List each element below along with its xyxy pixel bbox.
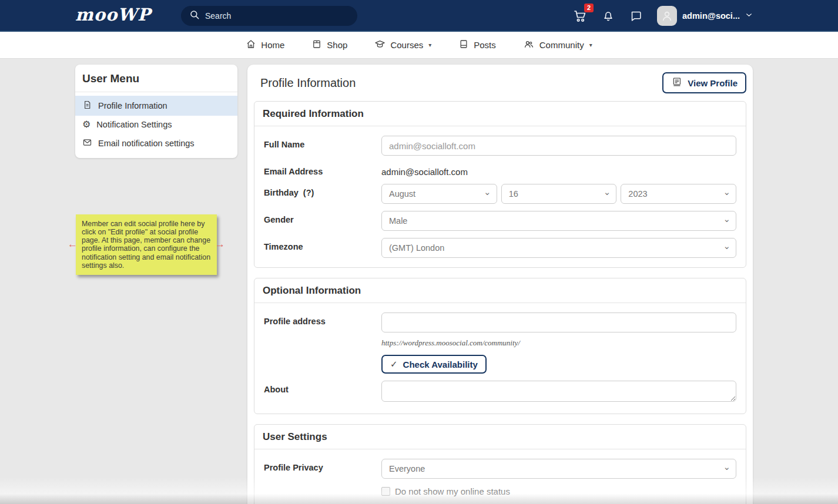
profile-address-hint: https://wordpress.moosocial.com/communit… bbox=[381, 338, 736, 348]
birthday-year-select[interactable]: 2023 ⌄ bbox=[621, 184, 736, 204]
birthday-year-value: 2023 bbox=[628, 189, 647, 199]
profile-privacy-select[interactable]: Everyone ⌄ bbox=[381, 459, 736, 479]
cart-icon[interactable]: 2 bbox=[573, 9, 587, 23]
birthday-month-value: August bbox=[389, 189, 415, 199]
nav-label-home: Home bbox=[261, 40, 284, 50]
full-name-input[interactable] bbox=[381, 136, 736, 156]
site-logo[interactable]: mooWP bbox=[75, 5, 151, 25]
profile-address-row: Profile address https://wordpress.moosoc… bbox=[264, 313, 736, 374]
nav-item-posts[interactable]: Posts bbox=[458, 39, 496, 51]
nav-item-community[interactable]: Community ▾ bbox=[523, 38, 592, 52]
about-label: About bbox=[264, 381, 381, 404]
account-menu[interactable]: admin@soci... bbox=[657, 6, 753, 26]
sidebar-item-email-notification-settings[interactable]: Email notification settings bbox=[75, 133, 237, 153]
page-title: Profile Information bbox=[260, 76, 356, 90]
shop-icon bbox=[311, 39, 322, 51]
panel-header: Profile Information View Profile bbox=[254, 65, 746, 101]
sidebar-item-notification-settings[interactable]: ⚙ Notification Settings bbox=[75, 116, 237, 133]
nav-label-courses: Courses bbox=[390, 40, 423, 50]
sidebar-item-label: Notification Settings bbox=[96, 120, 172, 129]
online-status-label: Do not show my online status bbox=[395, 486, 510, 496]
gender-value: Male bbox=[389, 216, 407, 226]
search-bar[interactable] bbox=[181, 6, 357, 26]
birthday-help-tooltip[interactable]: (?) bbox=[303, 188, 314, 197]
profile-address-input[interactable] bbox=[381, 313, 736, 332]
home-icon bbox=[246, 39, 256, 51]
check-icon: ✓ bbox=[390, 359, 398, 369]
online-status-checkbox[interactable] bbox=[381, 487, 390, 496]
view-profile-icon bbox=[671, 76, 682, 89]
about-row: About bbox=[264, 381, 736, 404]
section-title: User Settings bbox=[254, 425, 746, 449]
user-menu-title: User Menu bbox=[75, 65, 237, 92]
annotation-text: Member can edit social profile here by c… bbox=[82, 220, 210, 270]
profile-privacy-label: Profile Privacy bbox=[264, 459, 381, 504]
content-area: User Menu Profile Information ⚙ Notifica… bbox=[0, 59, 838, 504]
annotation-sticky-note: ← Member can edit social profile here by… bbox=[76, 214, 217, 275]
timezone-label: Timezone bbox=[264, 238, 381, 258]
chevron-down-icon: ⌄ bbox=[723, 241, 730, 251]
birthday-month-select[interactable]: August ⌄ bbox=[381, 184, 497, 204]
topbar-actions: 2 admin@soci... bbox=[573, 0, 753, 32]
chevron-down-icon: ⌄ bbox=[723, 214, 730, 224]
gender-select[interactable]: Male ⌄ bbox=[381, 211, 736, 231]
full-name-label: Full Name bbox=[264, 136, 381, 156]
profile-privacy-value: Everyone bbox=[389, 464, 425, 473]
email-row: Email Address admin@socialloft.com bbox=[264, 163, 736, 177]
main-nav: Home Shop Courses ▾ bbox=[0, 32, 838, 59]
view-profile-button[interactable]: View Profile bbox=[662, 72, 746, 93]
profile-document-icon bbox=[82, 100, 92, 112]
email-label: Email Address bbox=[264, 163, 381, 177]
chevron-down-icon bbox=[745, 11, 753, 21]
check-availability-button[interactable]: ✓ Check Availability bbox=[381, 355, 487, 374]
online-status-option: Do not show my online status bbox=[381, 486, 736, 496]
section-title: Required Information bbox=[254, 102, 746, 126]
messages-icon[interactable] bbox=[629, 9, 642, 22]
section-optional-information: Optional Information Profile address htt… bbox=[254, 278, 746, 414]
view-profile-label: View Profile bbox=[688, 78, 738, 88]
timezone-value: (GMT) London bbox=[389, 243, 444, 253]
birthday-label-text: Birthday bbox=[264, 188, 299, 197]
birthday-day-select[interactable]: 16 ⌄ bbox=[501, 184, 617, 204]
search-icon bbox=[189, 9, 200, 22]
account-label: admin@soci... bbox=[682, 11, 740, 21]
gear-icon: ⚙ bbox=[82, 120, 90, 129]
full-name-row: Full Name bbox=[264, 136, 736, 156]
profile-edit-panel: Profile Information View Profile Require… bbox=[247, 65, 753, 504]
gender-row: Gender Male ⌄ bbox=[264, 211, 736, 231]
timezone-row: Timezone (GMT) London ⌄ bbox=[264, 238, 736, 258]
cart-badge: 2 bbox=[584, 4, 594, 12]
nav-label-community: Community bbox=[539, 40, 584, 50]
nav-label-shop: Shop bbox=[327, 40, 347, 50]
notifications-bell-icon[interactable] bbox=[602, 9, 615, 22]
about-textarea[interactable] bbox=[381, 381, 736, 402]
email-value: admin@socialloft.com bbox=[381, 163, 736, 177]
posts-icon bbox=[458, 39, 469, 51]
timezone-select[interactable]: (GMT) London ⌄ bbox=[381, 238, 736, 258]
sidebar-item-label: Profile Information bbox=[98, 101, 167, 110]
search-input[interactable] bbox=[205, 11, 349, 21]
gender-label: Gender bbox=[264, 211, 381, 231]
section-title: Optional Information bbox=[254, 278, 746, 303]
profile-privacy-row: Profile Privacy Everyone ⌄ Do not show m… bbox=[264, 459, 736, 504]
birthday-row: Birthday (?) August ⌄ 16 bbox=[264, 184, 736, 204]
birthday-day-value: 16 bbox=[509, 189, 518, 199]
birthday-label: Birthday (?) bbox=[264, 184, 381, 204]
nav-item-home[interactable]: Home bbox=[246, 39, 284, 51]
courses-icon bbox=[374, 39, 386, 52]
envelope-icon bbox=[82, 137, 92, 149]
annotation-arrow-left-icon: ← bbox=[68, 238, 78, 250]
section-user-settings: User Settings Profile Privacy Everyone ⌄… bbox=[254, 424, 746, 504]
user-avatar bbox=[657, 6, 677, 26]
sidebar-item-label: Email notification settings bbox=[98, 139, 195, 148]
chevron-down-icon: ⌄ bbox=[484, 187, 491, 197]
nav-item-shop[interactable]: Shop bbox=[311, 39, 347, 51]
chevron-down-icon: ⌄ bbox=[723, 462, 730, 472]
annotation-arrow-right-icon: → bbox=[215, 238, 225, 250]
profile-address-label: Profile address bbox=[264, 313, 381, 374]
chevron-down-icon: ⌄ bbox=[604, 187, 611, 197]
sidebar-item-profile-information[interactable]: Profile Information bbox=[75, 96, 237, 116]
chevron-down-icon: ⌄ bbox=[723, 187, 730, 197]
nav-item-courses[interactable]: Courses ▾ bbox=[374, 39, 431, 52]
section-required-information: Required Information Full Name Email Add… bbox=[254, 101, 746, 268]
